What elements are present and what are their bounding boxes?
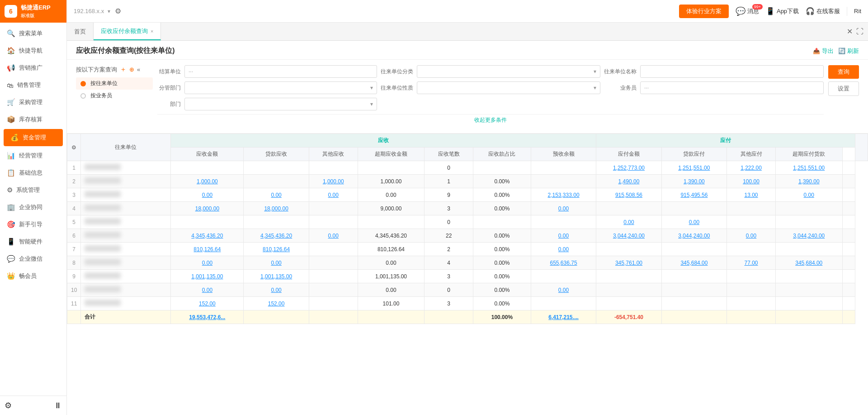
loan-rec-header: 贷款应收 (244, 148, 309, 161)
query-method-selector: 按以下方案查询 ＋ ⊕ « 按往来单位 按业务员 (76, 65, 153, 102)
sidebar-item-finance[interactable]: 💰资金管理 (4, 129, 63, 146)
sidebar-item-operation[interactable]: 📊经营管理 (0, 147, 66, 164)
app-download-btn[interactable]: 📱 App下载 (766, 7, 799, 15)
partner-category-label: 往来单位分类 (381, 68, 417, 76)
sidebar-item-purchase[interactable]: 🛒采购管理 (0, 94, 66, 111)
query-btns: 查询 设置 (828, 65, 859, 96)
sidebar-item-wechat[interactable]: 💬企业微信 (0, 250, 66, 267)
other-pay-header: 其他应付 (727, 148, 776, 161)
sidebar-item-search[interactable]: 🔍搜索菜单 (0, 25, 66, 42)
footer-rec-amount[interactable]: 19,553,472,6... (171, 310, 244, 324)
dept-manager-field: 分管部门 ▾ (157, 81, 377, 94)
refresh-btn[interactable]: 🔄 刷新 (838, 47, 859, 55)
filter-area: 按以下方案查询 ＋ ⊕ « 按往来单位 按业务员 (67, 60, 868, 134)
sidebar-item-enterprise[interactable]: 🏢企业协同 (0, 199, 66, 216)
settings-col-header[interactable]: ⚙ (67, 134, 81, 161)
table-row: 91,001,135.001,001,135.001,001,135.0030.… (67, 270, 868, 283)
sidebar-item-system[interactable]: ⚙系统管理 (0, 181, 66, 199)
footer-prepaid[interactable]: 6,417,215.... (531, 310, 596, 324)
collapse-more-btn[interactable]: 收起更多条件 (157, 114, 824, 128)
message-badge: 99+ (752, 4, 763, 10)
receivable-group-header: 应收 (171, 134, 596, 148)
tab-expand-icon[interactable]: ⛶ (856, 28, 863, 36)
other-rec-header: 其他应收 (309, 148, 358, 161)
trial-btn[interactable]: 体验行业方案 (679, 5, 729, 18)
table-row: 101,252,773.001,251,551.001,222.001,251,… (67, 161, 868, 175)
overdue-rec-header: 超期应收金额 (358, 148, 425, 161)
logo-icon: 6 (5, 5, 17, 18)
tabs-bar: 首页 应收应付余额查询 × ✕ ⛶ (67, 23, 868, 41)
sidebar-item-guide[interactable]: 🎯新手引导 (0, 216, 66, 233)
page-header: 应收应付余额查询(按往来单位) 📤 导出 🔄 刷新 (67, 41, 868, 60)
collapse-filter-icon[interactable]: « (137, 66, 140, 73)
topbar-settings-icon[interactable]: ⚙ (115, 7, 121, 15)
table-row: 21,000.001,000.001,000.0010.00%1,490.001… (67, 175, 868, 188)
rec-ratio-header: 应收款占比 (473, 148, 531, 161)
partner-nature-input[interactable]: ▾ (417, 81, 600, 94)
dept-manager-input[interactable]: ▾ (184, 81, 377, 94)
page-header-actions: 📤 导出 🔄 刷新 (813, 47, 859, 55)
export-btn[interactable]: 📤 导出 (813, 47, 834, 55)
topbar-dropdown-icon[interactable]: ▾ (108, 8, 110, 14)
sidebar-footer: ⚙ ⏸ (0, 396, 66, 415)
data-table: ⚙ 往来单位 应收 应付 应收金额 贷款应收 其他应收 超期应收金额 应收笔数 … (67, 134, 868, 324)
tabs-right: ✕ ⛶ (842, 23, 868, 40)
overdue-pay-header: 超期应付货款 (775, 148, 842, 161)
pay-amount-header: 应付金额 (596, 148, 661, 161)
payable-group-header: 应付 (596, 134, 855, 148)
tab-home[interactable]: 首页 (67, 23, 94, 40)
partner-name-label: 往来单位名称 (604, 68, 640, 76)
collapse-icon[interactable]: ⏸ (54, 401, 62, 410)
partner-nature-label: 往来单位性质 (381, 84, 417, 92)
topbar-actions: 体验行业方案 💬 消息 99+ 📱 App下载 🎧 在线客服 Rit (679, 5, 861, 18)
settings-filter-icon[interactable]: ⊕ (129, 66, 134, 73)
table-row: 500.000.00 (67, 215, 868, 229)
sidebar-item-inventory[interactable]: 📦库存核算 (0, 111, 66, 128)
query-by-partner[interactable]: 按往来单位 (76, 77, 153, 90)
sidebar-item-basic[interactable]: 📋基础信息 (0, 164, 66, 181)
sidebar-item-member[interactable]: 👑畅会员 (0, 267, 66, 285)
settlement-unit-input[interactable]: ··· (184, 65, 377, 78)
prepaid-header: 预收余额 (531, 148, 596, 161)
salesman-field: 业务员 ··· (604, 81, 824, 94)
table-row: 418,000.0018,000.009,000.0030.00%0.00 (67, 202, 868, 215)
settings-icon[interactable]: ⚙ (5, 401, 12, 410)
add-filter-btn[interactable]: ＋ (120, 65, 127, 74)
page-title: 应收应付余额查询(按往来单位) (76, 46, 175, 56)
partner-name-input[interactable] (640, 65, 824, 78)
sidebar-item-hardware[interactable]: 📱智能硬件 (0, 233, 66, 250)
download-icon: 📱 (766, 7, 775, 15)
tab-close-btn[interactable]: × (151, 29, 153, 34)
payable-extra-col-header (855, 134, 868, 161)
footer-rec-ratio: 100.00% (473, 310, 531, 324)
department-field: 部门 ▾ (157, 98, 377, 110)
tab-current[interactable]: 应收应付余额查询 × (94, 23, 161, 40)
set-button[interactable]: 设置 (828, 81, 859, 96)
query-button[interactable]: 查询 (828, 65, 859, 79)
main-content: 应收应付余额查询(按往来单位) 📤 导出 🔄 刷新 按以下方案查询 ＋ ⊕ « (67, 41, 868, 415)
table-row: 7810,126.64810,126.64810,126.6420.00%0.0… (67, 243, 868, 256)
dept-manager-label: 分管部门 (157, 84, 184, 92)
sidebar-item-marketing[interactable]: 📢营销推广 (0, 59, 66, 76)
rec-count-header: 应收笔数 (425, 148, 473, 161)
sidebar-menu: 🔍搜索菜单 🏠快捷导航 📢营销推广 🛍销售管理 🛒采购管理 📦库存核算 💰资金管… (0, 23, 66, 396)
sidebar-item-sales[interactable]: 🛍销售管理 (0, 76, 66, 94)
footer-label: 合计 (81, 310, 171, 324)
sidebar-item-quick-nav[interactable]: 🏠快捷导航 (0, 42, 66, 59)
table-row: 80.000.000.0040.00%655,636.75345,761.003… (67, 256, 868, 270)
message-icon: 💬 (736, 6, 745, 16)
partner-category-input[interactable]: ▾ (417, 65, 600, 78)
partner-col-header: 往来单位 (81, 134, 171, 161)
user-name[interactable]: Rit (854, 8, 861, 14)
service-icon: 🎧 (806, 7, 815, 15)
sidebar: 6 畅捷通ERP 标准版 🔍搜索菜单 🏠快捷导航 📢营销推广 🛍销售管理 🛒采购… (0, 0, 67, 415)
rec-amount-header: 应收金额 (171, 148, 244, 161)
query-by-salesman[interactable]: 按业务员 (76, 90, 153, 102)
department-input[interactable]: ▾ (184, 98, 377, 110)
salesman-input[interactable]: ··· (640, 81, 824, 94)
messages-btn[interactable]: 💬 消息 99+ (736, 6, 759, 16)
footer-row: 合计 19,553,472,6... 100.00% 6,417,215....… (67, 310, 868, 324)
online-service-btn[interactable]: 🎧 在线客服 (806, 7, 840, 15)
footer-pay-amount: -654,751.40 (596, 310, 661, 324)
tab-close-all-icon[interactable]: ✕ (847, 27, 853, 36)
